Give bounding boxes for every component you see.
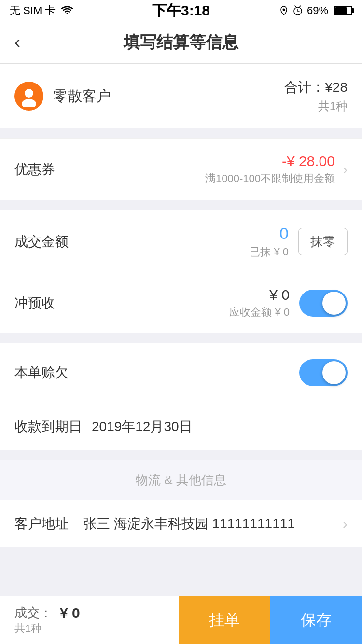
transaction-right: 0 已抹 ¥ 0 抹零 xyxy=(250,224,348,259)
debt-row: 本单赊欠 xyxy=(0,343,362,403)
summary-count: 共1种 xyxy=(14,621,164,636)
pre-receive-sub: 应收金额 ¥ 0 xyxy=(229,305,290,320)
nav-bar: ‹ 填写结算等信息 xyxy=(0,21,362,64)
svg-point-7 xyxy=(22,99,36,107)
pre-receive-row: 冲预收 ¥ 0 应收金额 ¥ 0 xyxy=(0,273,362,333)
toggle-knob xyxy=(322,292,346,315)
coupon-desc: 满1000-100不限制使用金额 xyxy=(205,171,335,186)
debt-label: 本单赊欠 xyxy=(14,364,69,382)
bottom-summary: 成交： ¥ 0 共1种 xyxy=(0,604,179,636)
battery-icon xyxy=(334,6,352,15)
location-icon xyxy=(279,5,289,16)
debt-section: 本单赊欠 收款到期日 2019年12月30日 xyxy=(0,343,362,450)
back-button[interactable]: ‹ xyxy=(14,32,20,53)
address-value: 张三 海淀永丰科技园 11111111111 xyxy=(83,515,335,533)
alarm-icon xyxy=(292,5,303,16)
coupon-label: 优惠券 xyxy=(14,160,55,179)
wifi-icon xyxy=(60,6,74,15)
customer-section: 零散客户 合计：¥28 共1种 xyxy=(0,64,362,128)
avatar-icon xyxy=(18,85,40,107)
due-date-label: 收款到期日 xyxy=(14,418,82,436)
logistics-header: 物流 & 其他信息 xyxy=(0,460,362,500)
bottom-bar: 成交： ¥ 0 共1种 挂单 保存 xyxy=(0,596,362,644)
coupon-row[interactable]: 优惠券 -¥ 28.00 满1000-100不限制使用金额 › xyxy=(0,138,362,200)
address-row[interactable]: 客户地址 张三 海淀永丰科技园 11111111111 › xyxy=(0,500,362,547)
divider-2 xyxy=(0,200,362,210)
transaction-value[interactable]: 0 xyxy=(250,224,289,243)
bottom-summary-top: 成交： ¥ 0 xyxy=(14,604,164,621)
battery-percentage: 69% xyxy=(307,4,328,17)
status-bar-left: 无 SIM 卡 xyxy=(10,3,74,18)
summary-label: 成交： xyxy=(14,604,52,621)
status-bar-right: 69% xyxy=(279,4,352,17)
svg-point-6 xyxy=(25,89,33,98)
coupon-amount: -¥ 28.00 xyxy=(205,153,335,169)
pre-receive-toggle[interactable] xyxy=(299,290,348,317)
summary-value: ¥ 0 xyxy=(60,605,80,621)
customer-count: 共1种 xyxy=(284,98,348,114)
address-label: 客户地址 xyxy=(14,515,69,533)
debt-toggle-knob xyxy=(322,361,346,384)
divider-1 xyxy=(0,128,362,138)
customer-right: 合计：¥28 共1种 xyxy=(284,78,348,114)
amount-row: 成交金额 0 已抹 ¥ 0 抹零 xyxy=(0,210,362,273)
customer-left: 零散客户 xyxy=(14,82,111,111)
pre-receive-values: ¥ 0 应收金额 ¥ 0 xyxy=(229,287,290,320)
status-bar-time: 下午3:18 xyxy=(152,1,210,21)
coupon-chevron-icon: › xyxy=(343,161,348,178)
customer-total: 合计：¥28 xyxy=(284,78,348,97)
pre-receive-amount: ¥ 0 xyxy=(229,287,290,303)
customer-avatar xyxy=(14,82,43,111)
logistics-title: 物流 & 其他信息 xyxy=(136,473,226,487)
carrier-text: 无 SIM 卡 xyxy=(10,3,56,18)
hang-button[interactable]: 挂单 xyxy=(179,596,270,644)
save-button[interactable]: 保存 xyxy=(270,596,362,644)
coupon-value-block: -¥ 28.00 满1000-100不限制使用金额 xyxy=(205,153,335,186)
coupon-section: 优惠券 -¥ 28.00 满1000-100不限制使用金额 › xyxy=(0,138,362,200)
pre-receive-right: ¥ 0 应收金额 ¥ 0 xyxy=(229,287,348,320)
divider-4 xyxy=(0,450,362,460)
transaction-value-block: 0 已抹 ¥ 0 xyxy=(250,224,289,259)
customer-name: 零散客户 xyxy=(53,86,111,106)
address-chevron-icon: › xyxy=(343,516,348,532)
debt-toggle[interactable] xyxy=(299,359,348,386)
status-bar: 无 SIM 卡 下午3:18 69% xyxy=(0,0,362,21)
transaction-sub: 已抹 ¥ 0 xyxy=(250,245,289,259)
round-zero-button[interactable]: 抹零 xyxy=(298,228,348,255)
transaction-label: 成交金额 xyxy=(14,233,69,251)
transaction-section: 成交金额 0 已抹 ¥ 0 抹零 冲预收 ¥ 0 应收金额 ¥ 0 xyxy=(0,210,362,333)
pre-receive-label: 冲预收 xyxy=(14,294,55,312)
page-title: 填写结算等信息 xyxy=(124,31,238,54)
address-section: 客户地址 张三 海淀永丰科技园 11111111111 › xyxy=(0,500,362,547)
customer-row[interactable]: 零散客户 合计：¥28 共1种 xyxy=(0,64,362,128)
svg-line-4 xyxy=(295,6,296,7)
svg-point-0 xyxy=(282,9,285,11)
coupon-right: -¥ 28.00 满1000-100不限制使用金额 › xyxy=(205,153,348,186)
divider-3 xyxy=(0,333,362,343)
svg-line-5 xyxy=(300,6,301,7)
due-date-value[interactable]: 2019年12月30日 xyxy=(92,418,193,436)
due-date-row: 收款到期日 2019年12月30日 xyxy=(0,403,362,450)
